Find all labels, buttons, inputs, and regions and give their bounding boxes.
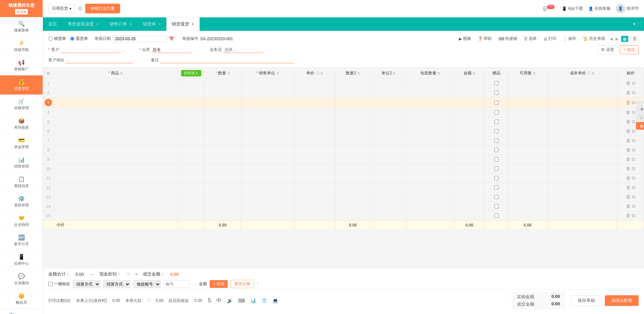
copy-icon[interactable]: ⧉ — [632, 213, 635, 218]
sidebar-item-marketing[interactable]: 📢 营销推广 — [0, 56, 43, 75]
copy-icon[interactable]: ⧉ — [632, 194, 635, 200]
gift-checkbox[interactable] — [494, 213, 499, 218]
gift-checkbox[interactable] — [494, 120, 499, 124]
toolbar-icon-4[interactable]: ⌨ — [238, 298, 245, 303]
sidebar-item-guide[interactable]: 🆕 新手引导 — [0, 231, 43, 250]
customer-input[interactable] — [61, 47, 121, 53]
video-btn[interactable]: ▶ 视频 — [457, 35, 473, 43]
close-tab-icon[interactable]: ✕ — [633, 22, 636, 26]
copy-icon[interactable]: ⧉ — [632, 80, 635, 86]
table-settings-icon[interactable]: ⚙ — [46, 71, 51, 76]
radio-return-input[interactable] — [70, 37, 74, 41]
copy-icon[interactable]: ⧉ — [632, 156, 635, 162]
delete-icon[interactable]: 🗑 — [626, 119, 631, 125]
save-new-btn[interactable]: 保存&新增 — [605, 295, 639, 306]
help-btn[interactable]: ❓ 帮助 — [476, 35, 494, 43]
settlement-select[interactable]: 结算方式 — [73, 280, 100, 288]
warehouse-input[interactable] — [151, 47, 192, 53]
sidebar-item-enterprise[interactable]: 🤝 企业协同 — [0, 211, 43, 231]
product-cell[interactable] — [54, 88, 178, 98]
copy-icon[interactable]: ⧉ — [632, 100, 635, 106]
delete-icon[interactable]: 🗑 — [626, 128, 631, 134]
collapse-icon[interactable]: ◀ — [31, 312, 35, 314]
expand-icon[interactable]: ⛶ — [637, 22, 641, 26]
sidebar-item-purchase[interactable]: 🛒 采购管理 — [0, 95, 43, 114]
active-quick-btn[interactable]: ▦ — [636, 122, 644, 130]
toolbar-icon-7[interactable]: 💻 — [272, 298, 278, 303]
radio-sales-bill[interactable]: 销货单 — [48, 36, 66, 42]
delete-icon[interactable]: 🗑 — [626, 156, 631, 162]
tab-home[interactable]: 首页 — [43, 17, 62, 31]
tab-sales-order[interactable]: 销售订单 ✕ — [104, 17, 138, 31]
copy-icon[interactable]: ⧉ — [632, 203, 635, 209]
logistics-btn[interactable]: + 物流 — [620, 45, 639, 54]
quantity-cell[interactable] — [205, 79, 241, 88]
debt-info-icon[interactable]: ⓘ — [147, 298, 150, 303]
gift-checkbox[interactable] — [494, 138, 499, 143]
warehouse-dots[interactable]: ... — [193, 48, 196, 52]
user-avatar[interactable]: 👤 徐泽华 — [616, 4, 639, 13]
scan-btn[interactable]: 扫码录入 — [181, 70, 201, 76]
app-download-link[interactable]: 📱 App下载 — [562, 6, 583, 11]
tab-close-icon[interactable]: ✕ — [158, 22, 161, 26]
customer-dots[interactable]: ... — [122, 48, 126, 52]
experience-btn[interactable]: 体验行业方案 — [85, 4, 120, 13]
house-btn[interactable]: ⌂ — [636, 114, 644, 121]
sidebar-item-system[interactable]: ⚙️ 系统管理 — [0, 192, 43, 211]
gift-checkbox[interactable] — [494, 129, 499, 133]
shortcut-btn[interactable]: ⌨ 快捷键 — [496, 35, 519, 43]
toolbar-icon-5[interactable]: 📊 — [250, 298, 256, 303]
sidebar-item-operation[interactable]: 📊 经营管理 — [0, 153, 43, 173]
delete-icon[interactable]: 🗑 — [626, 90, 631, 96]
split-btn[interactable]: 费用分摊 — [230, 280, 254, 288]
nav-prev-icon[interactable]: ◀ — [610, 37, 613, 41]
delete-icon[interactable]: 🗑 — [626, 213, 631, 218]
cost-price-info-icon[interactable]: ⓘ — [587, 71, 591, 75]
radio-return-bill[interactable]: 退货单 — [70, 36, 88, 42]
delete-icon[interactable]: 🗑 — [626, 110, 631, 115]
copy-icon[interactable]: ⧉ — [632, 147, 635, 153]
remarks-input[interactable] — [160, 57, 294, 63]
gift-checkbox[interactable] — [494, 110, 499, 115]
sidebar-item-sales[interactable]: 💰 销售管理 — [0, 75, 43, 95]
tab-price-setting[interactable]: 售价提取设置 ✕ — [62, 17, 104, 31]
delete-icon[interactable]: 🗑 — [626, 138, 631, 143]
addr-dots[interactable]: ... — [134, 58, 138, 63]
radio-sales-input[interactable] — [48, 37, 53, 41]
add-payment-btn[interactable]: + 添加 — [210, 280, 228, 288]
toolbar-icon-2[interactable]: 中 — [216, 297, 222, 304]
unit-price-info-icon[interactable]: ⓘ — [316, 71, 319, 75]
tab-sales-return[interactable]: 销货退货 ✕ — [166, 17, 200, 31]
sidebar-item-inventory[interactable]: 📦 库存核算 — [0, 114, 43, 134]
gift-checkbox[interactable] — [494, 90, 499, 95]
gift-checkbox[interactable] — [494, 176, 499, 180]
copy-icon[interactable]: ⧉ — [632, 138, 635, 143]
sidebar-item-wechat[interactable]: 💬 企业微信 — [0, 270, 43, 289]
addr-input[interactable] — [66, 57, 133, 63]
form-settings-btn[interactable]: ⚙ 设置 — [597, 45, 618, 54]
tab-close-icon[interactable]: ✕ — [129, 22, 132, 26]
delete-icon[interactable]: 🗑 — [626, 194, 631, 200]
account-dots[interactable]: ... — [193, 282, 196, 287]
account-select[interactable]: 收款账号 — [133, 280, 161, 288]
sidebar-item-search[interactable]: 🔍 搜索菜单 — [0, 17, 43, 37]
calc-method-select[interactable]: 结算方式 — [103, 280, 130, 288]
product-input[interactable] — [55, 100, 176, 105]
grid-view-icon[interactable]: ▦ — [621, 36, 628, 42]
toolbar-icon-1[interactable]: S — [208, 298, 211, 304]
sidebar-item-basic[interactable]: 📋 基础信息 — [0, 173, 43, 192]
delete-icon[interactable]: 🗑 — [626, 166, 631, 172]
industry-select[interactable]: 日用百货 ▾ — [48, 4, 75, 13]
salesperson-input[interactable] — [223, 47, 263, 53]
delete-icon[interactable]: 🗑 — [626, 175, 631, 181]
split-help-icon[interactable]: ? — [257, 282, 259, 286]
delete-icon[interactable]: 🗑 — [626, 203, 631, 209]
attach-btn[interactable]: 附 — [636, 101, 644, 105]
tab-close-icon[interactable]: ✕ — [191, 22, 194, 26]
copy-icon[interactable]: ⧉ — [632, 185, 635, 190]
sidebar-item-quick-nav[interactable]: ⚡ 快捷导航 — [0, 37, 43, 56]
product-cell[interactable] — [54, 79, 178, 88]
toolbar-icon-6[interactable]: 👕 — [261, 298, 267, 303]
operation-btn[interactable]: ⋮ 操作 — [561, 35, 578, 43]
settings-gear-icon[interactable]: ⚙ — [78, 5, 83, 12]
